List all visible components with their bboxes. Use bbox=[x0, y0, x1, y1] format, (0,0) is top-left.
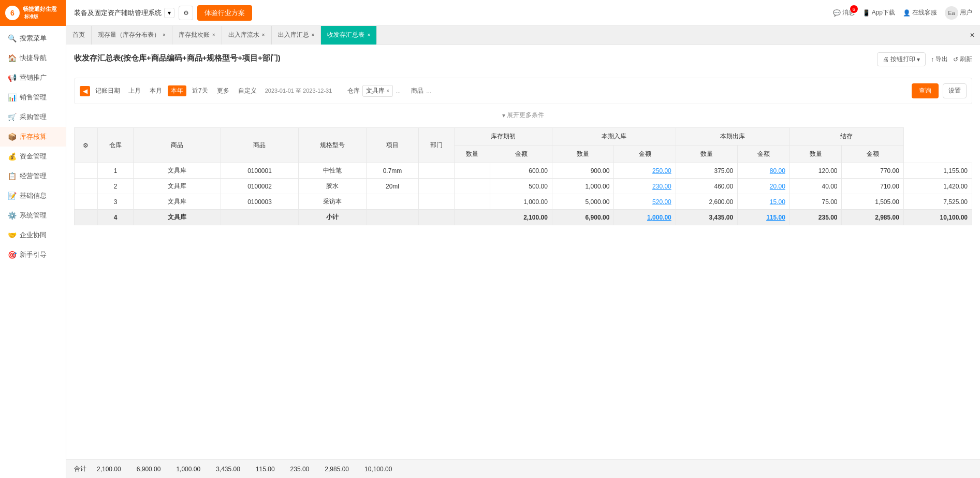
app-download-btn[interactable]: 📱 App下载 bbox=[862, 8, 895, 17]
row-in-qty[interactable]: 520.00 bbox=[614, 194, 676, 210]
tab-recv-summary[interactable]: 收发存汇总表 × bbox=[321, 26, 377, 45]
sidebar-item-label: 库存核算 bbox=[20, 132, 47, 141]
th-bal-amt: 金额 bbox=[842, 146, 903, 163]
sidebar-item-finance[interactable]: 💰 资金管理 bbox=[0, 147, 66, 166]
online-service-btn[interactable]: 👤 在线客服 bbox=[903, 8, 937, 17]
export-btn[interactable]: ↑ 导出 bbox=[931, 55, 948, 64]
date-btn-more[interactable]: 更多 bbox=[214, 85, 232, 96]
row-idx: 4 bbox=[97, 210, 133, 225]
tab-inventory-dist-close[interactable]: × bbox=[163, 32, 166, 38]
footer-bal-qty: 2,985.00 bbox=[325, 466, 349, 473]
row-open-qty: 500.00 bbox=[490, 179, 552, 194]
tab-close-all[interactable]: ✕ bbox=[964, 32, 980, 39]
footer-bal-amt: 10,100.00 bbox=[364, 466, 392, 473]
search-icon: 🔍 bbox=[7, 34, 17, 43]
system-dropdown[interactable]: ▾ bbox=[164, 8, 174, 18]
sidebar-item-label: 系统管理 bbox=[20, 211, 47, 220]
row-in-qty[interactable]: 230.00 bbox=[614, 179, 676, 194]
sales-icon: 📊 bbox=[7, 93, 17, 102]
row-out-qty[interactable]: 80.00 bbox=[738, 163, 790, 179]
th-open-qty: 数量 bbox=[455, 146, 490, 163]
trial-btn[interactable]: 体验行业方案 bbox=[197, 5, 252, 21]
sidebar-item-search[interactable]: 🔍 搜索菜单 bbox=[0, 28, 66, 48]
date-btn-7days[interactable]: 近7天 bbox=[189, 85, 211, 96]
warehouse-tag-close[interactable]: × bbox=[386, 88, 389, 94]
expand-btn[interactable]: ▾ 展开更多条件 bbox=[502, 111, 544, 120]
online-service-label: 在线客服 bbox=[912, 8, 937, 17]
sidebar-item-collab[interactable]: 🤝 企业协同 bbox=[0, 225, 66, 245]
footer-open-amt: 6,900.00 bbox=[137, 466, 161, 473]
th-settings[interactable]: ⚙ bbox=[75, 128, 98, 163]
row-code: 0100001 bbox=[221, 163, 299, 179]
row-idx: 1 bbox=[97, 163, 133, 179]
user-btn[interactable]: Ea 用户 bbox=[945, 6, 972, 20]
topbar-right: 💬 消息 6 📱 App下载 👤 在线客服 Ea 用户 bbox=[833, 6, 972, 20]
base-icon: 📝 bbox=[7, 191, 17, 200]
th-warehouse: 仓库 bbox=[97, 128, 133, 163]
app-download-label: App下载 bbox=[872, 8, 895, 17]
row-in-qty[interactable]: 1,000.00 bbox=[614, 210, 676, 225]
date-btn-this-year[interactable]: 本年 bbox=[168, 85, 186, 96]
tab-inout-flow[interactable]: 出入库流水 × bbox=[222, 26, 272, 45]
th-out-amt: 金额 bbox=[738, 146, 790, 163]
sidebar-item-guide[interactable]: 🎯 新手引导 bbox=[0, 245, 66, 265]
row-spec: 20ml bbox=[367, 179, 419, 194]
tab-inout-summary-close[interactable]: × bbox=[312, 32, 315, 38]
print-btn[interactable]: 🖨 按钮打印 ▾ bbox=[877, 52, 926, 66]
purchase-icon: 🛒 bbox=[7, 112, 17, 122]
expand-row: ▾ 展开更多条件 bbox=[74, 108, 972, 122]
set-btn[interactable]: 设置 bbox=[943, 83, 967, 98]
settings-btn[interactable]: ⚙ bbox=[179, 6, 193, 20]
date-btn-last-month[interactable]: 上月 bbox=[125, 85, 144, 96]
tab-batch[interactable]: 库存批次账 × bbox=[172, 26, 222, 45]
tab-inout-summary[interactable]: 出入库汇总 × bbox=[272, 26, 321, 45]
tab-inout-flow-close[interactable]: × bbox=[262, 32, 265, 38]
date-btn-custom[interactable]: 自定义 bbox=[235, 85, 260, 96]
chevron-down-icon: ▾ bbox=[502, 112, 505, 119]
sidebar-item-marketing[interactable]: 📢 营销推广 bbox=[0, 68, 66, 88]
row-out-amt: 40.00 bbox=[789, 179, 842, 194]
sidebar-item-operation[interactable]: 📋 经营管理 bbox=[0, 166, 66, 186]
row-out-qty[interactable]: 15.00 bbox=[738, 194, 790, 210]
warehouse-more-btn[interactable]: ... bbox=[396, 88, 401, 95]
sidebar-item-purchase[interactable]: 🛒 采购管理 bbox=[0, 107, 66, 127]
sidebar-item-inventory[interactable]: 📦 库存核算 bbox=[0, 127, 66, 147]
message-btn[interactable]: 💬 消息 6 bbox=[833, 8, 855, 17]
row-open-amt: 5,000.00 bbox=[552, 194, 613, 210]
row-bal-amt: 1,155.00 bbox=[903, 163, 972, 179]
row-warehouse: 文具库 bbox=[134, 194, 221, 210]
query-btn[interactable]: 查询 bbox=[912, 83, 939, 98]
row-project bbox=[418, 210, 454, 225]
row-out-qty[interactable]: 20.00 bbox=[738, 179, 790, 194]
sidebar-item-sales[interactable]: 📊 销售管理 bbox=[0, 88, 66, 107]
footer-open-qty: 2,100.00 bbox=[97, 466, 121, 473]
th-in-qty: 数量 bbox=[552, 146, 613, 163]
sidebar-item-quick-nav[interactable]: 🏠 快捷导航 bbox=[0, 48, 66, 68]
sidebar-item-base[interactable]: 📝 基础信息 bbox=[0, 186, 66, 206]
row-in-qty[interactable]: 250.00 bbox=[614, 163, 676, 179]
sidebar-item-label: 资金管理 bbox=[20, 152, 47, 161]
tab-inventory-dist[interactable]: 现存量（库存分布表） × bbox=[92, 26, 172, 45]
tab-home[interactable]: 首页 bbox=[66, 26, 92, 45]
date-btn-this-month[interactable]: 本月 bbox=[147, 85, 165, 96]
footer-in-amt: 3,435.00 bbox=[216, 466, 240, 473]
row-warehouse: 文具库 bbox=[134, 163, 221, 179]
tab-recv-summary-close[interactable]: × bbox=[367, 32, 370, 38]
date-label: 记账日期 bbox=[95, 86, 120, 95]
footer-in-qty: 1,000.00 bbox=[176, 466, 200, 473]
row-idx: 3 bbox=[97, 194, 133, 210]
row-name: 中性笔 bbox=[298, 163, 366, 179]
sidebar-item-label: 快捷导航 bbox=[20, 53, 47, 63]
filter-toggle-btn[interactable]: ◀ bbox=[80, 86, 90, 96]
refresh-btn[interactable]: ↺ 刷新 bbox=[953, 55, 972, 64]
logo: 6 畅捷通好生意 标准版 bbox=[0, 0, 66, 26]
row-in-amt: 3,435.00 bbox=[676, 210, 737, 225]
sidebar-item-system[interactable]: ⚙️ 系统管理 bbox=[0, 206, 66, 225]
sidebar-item-label: 搜索菜单 bbox=[20, 34, 47, 43]
row-settings bbox=[75, 179, 98, 194]
operation-icon: 📋 bbox=[7, 171, 17, 181]
th-group-bal: 结存 bbox=[789, 128, 903, 146]
goods-more-btn[interactable]: ... bbox=[426, 88, 431, 95]
row-out-qty[interactable]: 115.00 bbox=[738, 210, 790, 225]
tab-batch-close[interactable]: × bbox=[212, 32, 215, 38]
